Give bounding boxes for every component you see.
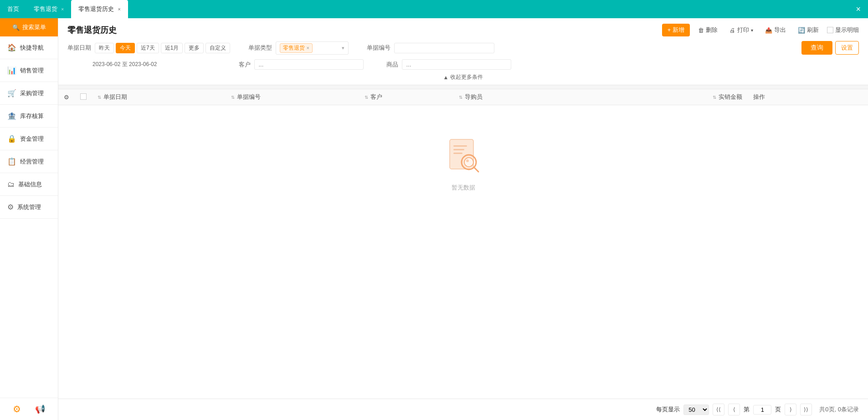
date-btn-custom[interactable]: 自定义 (205, 43, 230, 53)
tab-retail-return-history-label: 零售退货历史 (78, 5, 114, 13)
type-tag-text: 零售退货 (283, 44, 305, 52)
delete-icon: 🗑 (698, 27, 704, 34)
type-tag-close[interactable]: × (306, 45, 309, 51)
sidebar-item-basic-info[interactable]: 🗂 基础信息 (0, 173, 58, 196)
goods-filter-label: 商品 (386, 61, 398, 69)
type-filter-label: 单据类型 (248, 44, 272, 52)
page-unit-label: 页 (775, 405, 781, 414)
show-detail-checkbox[interactable] (827, 27, 833, 33)
sidebar-speaker-button[interactable]: 📢 (35, 404, 45, 414)
query-button[interactable]: 查询 (801, 41, 832, 55)
date-filter-label: 单据日期 (67, 44, 91, 52)
purchase-icon: 🛒 (7, 89, 16, 97)
pager-next-button[interactable]: ⟩ (785, 404, 796, 415)
sidebar-item-system[interactable]: ⚙ 系统管理 (0, 196, 58, 219)
top-bar: 首页 零售退货 × 零售退货历史 × × (0, 0, 868, 18)
col-settings[interactable]: ⚙ (58, 89, 75, 105)
date-range-text: 2023-06-02 至 2023-06-02 (92, 61, 157, 68)
pager-first-button[interactable]: ⟨⟨ (713, 404, 724, 415)
sidebar-item-sales[interactable]: 📊 销售管理 (0, 59, 58, 82)
table-select-all-checkbox[interactable] (80, 93, 87, 100)
table-settings-icon[interactable]: ⚙ (64, 94, 69, 101)
sidebar-item-inventory[interactable]: 🏦 库存核算 (0, 105, 58, 128)
filter-collapse-btn[interactable]: ▲ 收起更多条件 (67, 72, 859, 85)
export-button[interactable]: 📤 导出 (761, 24, 790, 36)
sidebar-search[interactable]: 🔍 搜索菜单 (0, 18, 58, 36)
page-number-input[interactable] (753, 405, 771, 415)
date-btn-7days[interactable]: 近7天 (137, 43, 159, 53)
col-guide-label: 导购员 (465, 93, 483, 100)
new-button[interactable]: + 新增 (662, 24, 690, 36)
tab-retail-return-close[interactable]: × (61, 6, 64, 12)
window-close-button[interactable]: × (848, 5, 868, 14)
sort-icon-number: ⇅ (231, 95, 236, 100)
filter-row-1: 单据日期 昨天 今天 近7天 近1月 更多 自定义 单据类型 (67, 41, 859, 55)
print-icon: 🖨 (729, 27, 735, 34)
sidebar-item-quick-nav[interactable]: 🏠 快捷导航 (0, 36, 58, 59)
tab-retail-return-history[interactable]: 零售退货历史 × (71, 0, 128, 18)
sidebar-item-quick-nav-label: 快捷导航 (20, 44, 44, 52)
goods-filter-input[interactable] (402, 59, 511, 70)
filter-number-item: 单据编号 (367, 43, 494, 53)
delete-button[interactable]: 🗑 删除 (694, 24, 721, 36)
number-filter-label: 单据编号 (367, 44, 390, 52)
page-size-label: 每页显示 (656, 405, 680, 414)
collapse-up-icon: ▲ (443, 74, 449, 81)
refresh-button[interactable]: 🔄 刷新 (794, 24, 822, 36)
show-detail-checkbox-group[interactable]: 显示明细 (827, 26, 859, 34)
content-area: 零售退货历史 + 新增 🗑 删除 🖨 打印 ▾ 📤 导出 (58, 18, 868, 420)
col-customer: ⇅ 客户 (359, 89, 453, 105)
setting-button[interactable]: 设置 (835, 41, 859, 55)
sidebar-item-system-label: 系统管理 (17, 203, 41, 211)
col-number-label: 单据编号 (237, 93, 261, 100)
sales-icon: 📊 (7, 66, 16, 75)
type-filter-select[interactable]: 零售退货 × ▾ (276, 41, 349, 55)
page-go-label: 第 (744, 405, 750, 414)
col-amount: ⇅ 实销金额 (567, 89, 748, 105)
customer-filter-label: 客户 (239, 61, 251, 69)
filter-customer-item: 客户 (239, 59, 364, 70)
table-area: ⚙ ⇅ 单据日期 ⇅ 单据编号 (58, 89, 868, 399)
sidebar-item-purchase-label: 采购管理 (20, 89, 44, 97)
sidebar-item-operations-label: 经营管理 (20, 158, 44, 166)
date-btn-1month[interactable]: 近1月 (161, 43, 183, 53)
filter-date-item: 单据日期 昨天 今天 近7天 近1月 更多 自定义 (67, 43, 230, 53)
system-icon: ⚙ (7, 203, 14, 211)
toolbar-actions: + 新增 🗑 删除 🖨 打印 ▾ 📤 导出 🔄 (662, 24, 859, 36)
tab-retail-return-label: 零售退货 (34, 5, 57, 13)
col-checkbox[interactable] (75, 89, 92, 105)
export-label: 导出 (774, 26, 786, 34)
tab-retail-return-history-close[interactable]: × (118, 6, 120, 12)
tab-retail-return[interactable]: 零售退货 × (26, 0, 71, 18)
print-button[interactable]: 🖨 打印 ▾ (726, 24, 757, 36)
print-dropdown-icon: ▾ (751, 28, 753, 33)
table-body: 暂无数据 (58, 105, 868, 220)
date-btn-yesterday[interactable]: 昨天 (95, 43, 114, 53)
sidebar-item-operations[interactable]: 📋 经营管理 (0, 150, 58, 173)
tab-home[interactable]: 首页 (0, 0, 26, 18)
sidebar-search-label: 搜索菜单 (22, 23, 46, 31)
col-action: 操作 (748, 89, 868, 105)
number-filter-input[interactable] (394, 43, 494, 53)
sidebar-item-finance-label: 资金管理 (20, 135, 44, 143)
page-title-row: 零售退货历史 + 新增 🗑 删除 🖨 打印 ▾ 📤 导出 (67, 24, 859, 36)
col-guide: ⇅ 导购员 (453, 89, 567, 105)
refresh-icon: 🔄 (798, 27, 805, 34)
date-btn-more[interactable]: 更多 (185, 43, 204, 53)
home-icon: 🏠 (7, 43, 16, 52)
sort-icon-amount: ⇅ (713, 95, 718, 100)
data-table: ⚙ ⇅ 单据日期 ⇅ 单据编号 (58, 89, 868, 219)
pager-last-button[interactable]: ⟩⟩ (800, 404, 812, 415)
col-date-label: 单据日期 (103, 93, 127, 100)
pager-prev-button[interactable]: ⟨ (728, 404, 740, 415)
sidebar-item-purchase[interactable]: 🛒 采购管理 (0, 82, 58, 105)
type-dropdown-icon: ▾ (342, 45, 344, 51)
date-btn-today[interactable]: 今天 (116, 43, 135, 53)
svg-rect-1 (453, 145, 467, 147)
page-size-select[interactable]: 50 100 200 (683, 405, 709, 415)
customer-filter-input[interactable] (254, 59, 364, 70)
sidebar-item-basic-info-label: 基础信息 (18, 180, 42, 189)
inventory-icon: 🏦 (7, 112, 16, 120)
sidebar-item-finance[interactable]: 🔒 资金管理 (0, 128, 58, 150)
sidebar-gear-button[interactable]: ⚙ (13, 404, 21, 415)
